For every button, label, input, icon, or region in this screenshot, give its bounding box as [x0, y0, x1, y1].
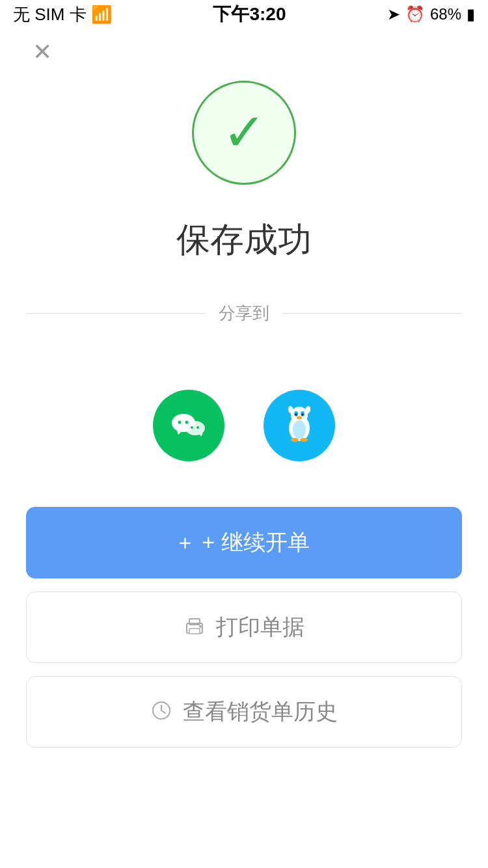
share-section: 分享到 [0, 302, 488, 357]
close-button[interactable]: ✕ [26, 36, 59, 68]
main-content: ✓ 保存成功 分享到 [0, 29, 488, 748]
location-icon: ➤ [387, 5, 400, 23]
qq-share-button[interactable] [264, 390, 335, 461]
svg-point-14 [297, 416, 302, 419]
svg-line-26 [161, 711, 165, 713]
status-left: 无 SIM 卡 📶 [13, 3, 112, 26]
svg-rect-22 [189, 629, 200, 634]
plus-icon: + [178, 532, 191, 554]
status-bar: 无 SIM 卡 📶 下午3:20 ➤ ⏰ 68% ▮ [0, 0, 488, 29]
battery-icon: ▮ [467, 5, 475, 23]
status-right: ➤ ⏰ 68% ▮ [387, 5, 475, 23]
svg-point-16 [291, 438, 299, 442]
svg-point-12 [295, 413, 297, 415]
svg-point-5 [197, 426, 199, 429]
print-button-label: 打印单据 [216, 612, 305, 642]
print-button[interactable]: 打印单据 [26, 591, 462, 663]
divider-line-left [26, 313, 206, 314]
svg-point-17 [300, 438, 308, 442]
clock-icon [150, 699, 172, 725]
wechat-share-button[interactable] [153, 390, 224, 461]
share-label: 分享到 [219, 302, 269, 325]
divider-line-right [282, 313, 462, 314]
battery-percent: 68% [430, 5, 461, 23]
alarm-icon: ⏰ [405, 5, 425, 23]
continue-button-label: + 继续开单 [202, 528, 309, 558]
svg-point-15 [293, 420, 306, 439]
close-icon: ✕ [33, 40, 52, 64]
share-icons [153, 390, 335, 461]
success-circle: ✓ [192, 81, 296, 185]
success-title: 保存成功 [176, 217, 312, 263]
svg-point-4 [191, 426, 193, 429]
continue-button[interactable]: + + 继续开单 [26, 507, 462, 578]
share-divider: 分享到 [26, 302, 462, 325]
qq-icon [278, 405, 321, 447]
history-button[interactable]: 查看销货单历史 [26, 676, 462, 748]
svg-point-2 [178, 420, 181, 424]
svg-point-23 [199, 625, 202, 628]
history-button-label: 查看销货单历史 [183, 697, 338, 727]
status-time: 下午3:20 [213, 2, 286, 27]
printer-icon [183, 615, 206, 640]
wechat-icon [168, 405, 210, 447]
action-buttons: + + 继续开单 打印单据 [0, 507, 488, 748]
svg-point-3 [185, 420, 188, 424]
checkmark-icon: ✓ [223, 107, 266, 159]
svg-point-13 [301, 413, 303, 415]
